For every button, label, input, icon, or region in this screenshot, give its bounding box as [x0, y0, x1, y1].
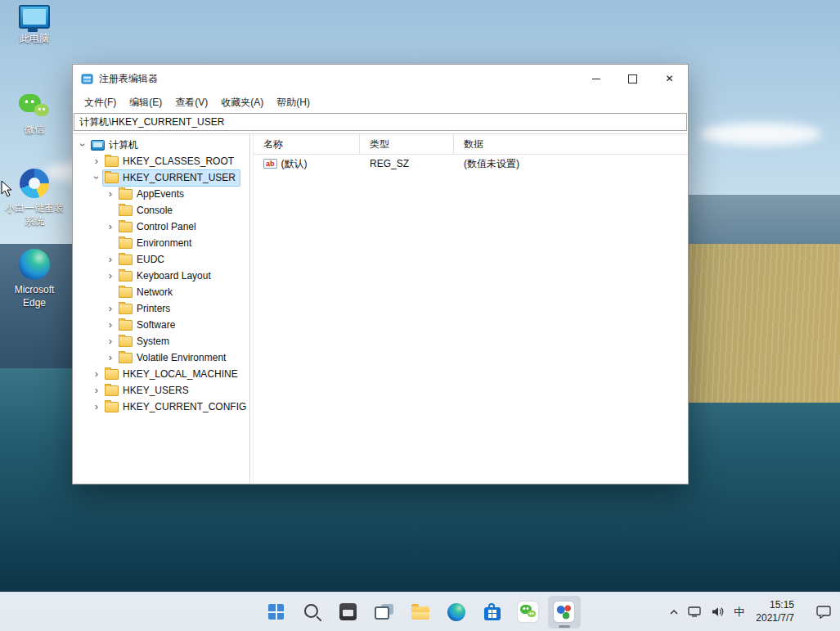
- chevron-down-icon[interactable]: ›: [89, 171, 104, 184]
- terminal-icon: [339, 603, 357, 620]
- tree-item[interactable]: Network: [73, 284, 249, 300]
- chevron-right-icon[interactable]: ›: [104, 318, 117, 332]
- tree-label: 计算机: [109, 138, 138, 152]
- tree-item[interactable]: ›HKEY_LOCAL_MACHINE: [73, 366, 249, 382]
- mouse-cursor: [1, 180, 14, 198]
- tray-clock[interactable]: 15:15 2021/7/7: [756, 599, 794, 624]
- chevron-right-icon[interactable]: ›: [104, 187, 117, 201]
- tree-item[interactable]: ›System: [73, 333, 249, 349]
- tree-item[interactable]: ›HKEY_USERS: [73, 382, 249, 399]
- tree-label: HKEY_LOCAL_MACHINE: [123, 368, 238, 380]
- task-view-button[interactable]: [368, 596, 401, 629]
- minimize-button[interactable]: [577, 65, 614, 92]
- pc-manager-button[interactable]: [548, 596, 581, 629]
- folder-icon: [105, 402, 119, 412]
- notification-center-icon[interactable]: [816, 605, 832, 619]
- tree-item[interactable]: ›Volatile Environment: [73, 349, 249, 366]
- tree-item-core[interactable]: System: [117, 334, 173, 349]
- terminal-button[interactable]: [332, 596, 365, 629]
- chevron-right-icon[interactable]: ›: [104, 219, 117, 234]
- tree-item-core[interactable]: Environment: [117, 236, 195, 251]
- tree-item-core[interactable]: 计算机: [89, 137, 142, 153]
- tree-item[interactable]: ›Control Panel: [73, 219, 249, 235]
- desktop-icon-wechat[interactable]: 微信: [2, 93, 67, 137]
- column-header-data[interactable]: 数据: [454, 134, 688, 154]
- close-button[interactable]: ✕: [651, 65, 688, 92]
- chevron-right-icon[interactable]: ›: [90, 154, 103, 169]
- tree-label: AppEvents: [137, 188, 184, 200]
- store-icon: [484, 607, 501, 620]
- tray-volume-icon[interactable]: [711, 606, 725, 617]
- tray-chevron-up-icon[interactable]: [669, 609, 679, 615]
- chevron-right-icon[interactable]: ›: [90, 367, 103, 381]
- tree-item-core[interactable]: Printers: [117, 301, 174, 317]
- tree-item-core[interactable]: HKEY_USERS: [103, 383, 193, 399]
- wechat-button[interactable]: [512, 596, 545, 629]
- desktop-icon-xiaobai[interactable]: 小白一键重装系统: [2, 169, 67, 228]
- chevron-right-icon[interactable]: ›: [90, 399, 103, 414]
- menubar: 文件(F)编辑(E)查看(V)收藏夹(A)帮助(H): [73, 92, 688, 113]
- start-button[interactable]: [260, 596, 293, 629]
- regedit-app-icon: [81, 73, 93, 85]
- wechat-icon: [19, 93, 50, 119]
- chevron-right-icon[interactable]: ›: [104, 350, 117, 365]
- titlebar[interactable]: 注册表编辑器 ✕: [73, 65, 688, 92]
- file-explorer-button[interactable]: [404, 596, 437, 629]
- search-button[interactable]: [296, 596, 329, 629]
- folder-icon: [119, 222, 133, 232]
- tree-item[interactable]: ›Keyboard Layout: [73, 268, 249, 284]
- desktop-icon-this-pc[interactable]: 此电脑: [2, 5, 67, 46]
- tree-item[interactable]: ›AppEvents: [73, 186, 249, 202]
- column-header-type[interactable]: 类型: [360, 134, 454, 154]
- window-content: ›计算机›HKEY_CLASSES_ROOT›HKEY_CURRENT_USER…: [73, 134, 688, 484]
- menu-help[interactable]: 帮助(H): [270, 93, 317, 112]
- tree-item[interactable]: ›Printers: [73, 300, 249, 317]
- chevron-right-icon[interactable]: ›: [104, 301, 117, 316]
- registry-value-row[interactable]: ab(默认)REG_SZ(数值未设置): [254, 155, 688, 173]
- tree-item-core[interactable]: Console: [117, 203, 177, 219]
- chevron-right-icon[interactable]: ›: [90, 383, 103, 398]
- menu-edit[interactable]: 编辑(E): [123, 93, 168, 112]
- tree-item-core[interactable]: HKEY_CLASSES_ROOT: [103, 154, 238, 169]
- tree-item-core[interactable]: Volatile Environment: [117, 350, 230, 366]
- tree-item[interactable]: ›EUDC: [73, 251, 249, 268]
- chevron-down-icon[interactable]: ›: [75, 138, 90, 151]
- tray-display-icon[interactable]: [688, 606, 702, 617]
- desktop-icon-edge[interactable]: Microsoft Edge: [2, 249, 67, 309]
- tree-item-core[interactable]: HKEY_LOCAL_MACHINE: [103, 367, 242, 382]
- value-name-cell: ab(默认): [254, 157, 360, 171]
- maximize-button[interactable]: [614, 65, 651, 92]
- chevron-right-icon[interactable]: ›: [104, 268, 117, 283]
- tree-item-core[interactable]: Network: [117, 285, 177, 300]
- tree-item[interactable]: ›HKEY_CLASSES_ROOT: [73, 153, 249, 169]
- wechat-icon: [518, 602, 538, 622]
- tree-item-selected[interactable]: HKEY_CURRENT_USER: [103, 170, 240, 186]
- column-header-name[interactable]: 名称: [254, 134, 360, 154]
- menu-file[interactable]: 文件(F): [78, 93, 123, 112]
- tree-item-core[interactable]: Control Panel: [117, 219, 200, 235]
- value-name: (默认): [281, 157, 308, 171]
- edge-button[interactable]: [440, 596, 473, 629]
- tree-item[interactable]: ›Software: [73, 317, 249, 333]
- tree-item[interactable]: ›HKEY_CURRENT_USER: [73, 169, 249, 186]
- taskbar: 中 15:15 2021/7/7: [0, 592, 840, 631]
- tree-item-core[interactable]: Keyboard Layout: [117, 268, 215, 284]
- tree-item-core[interactable]: EUDC: [117, 252, 168, 268]
- tree-item[interactable]: Environment: [73, 235, 249, 251]
- tree-item[interactable]: Console: [73, 202, 249, 219]
- tree-item[interactable]: ›HKEY_CURRENT_CONFIG: [73, 399, 249, 415]
- ime-indicator[interactable]: 中: [734, 605, 744, 620]
- menu-favorites[interactable]: 收藏夹(A): [214, 93, 270, 112]
- task-view-icon: [375, 604, 393, 620]
- chevron-right-icon[interactable]: ›: [104, 334, 117, 349]
- tree-item[interactable]: ›计算机: [73, 137, 249, 153]
- address-input[interactable]: [74, 113, 687, 131]
- tree-item-core[interactable]: AppEvents: [117, 187, 188, 202]
- folder-icon: [119, 255, 133, 265]
- tree-item-core[interactable]: Software: [117, 318, 179, 333]
- store-button[interactable]: [476, 596, 509, 629]
- menu-view[interactable]: 查看(V): [168, 93, 214, 112]
- chevron-right-icon[interactable]: ›: [104, 252, 117, 267]
- tree-label: Keyboard Layout: [137, 270, 211, 282]
- tree-item-core[interactable]: HKEY_CURRENT_CONFIG: [103, 399, 249, 415]
